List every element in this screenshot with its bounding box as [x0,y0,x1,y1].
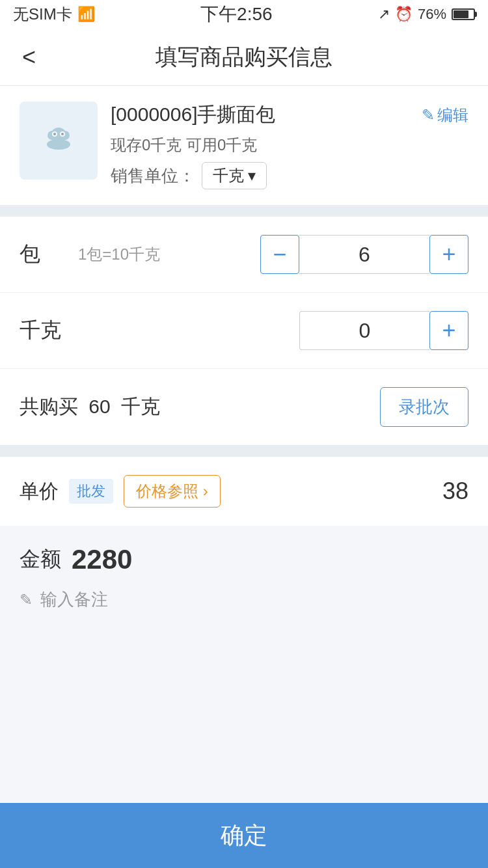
section-divider-1 [0,205,488,217]
quantity-section: 包 1包=10千克 − + 千克 + [0,217,488,369]
unit-selector[interactable]: 千克 ▾ [202,162,267,189]
wifi-icon: 📶 [77,6,95,23]
product-info: [0000006]手撕面包 ✎ 编辑 现存0千克 可用0千克 销售单位： 千克 … [111,102,468,189]
summary-row: 共购买 60 千克 录批次 [0,369,488,445]
edit-icon: ✎ [422,106,435,124]
product-logo-icon [39,121,78,160]
svg-point-6 [53,133,56,135]
kg-quantity-input[interactable] [299,311,429,350]
section-divider-2 [0,445,488,457]
svg-point-7 [61,133,64,135]
bag-hint: 1包=10千克 [78,244,260,265]
unit-value: 千克 [213,165,244,186]
product-card: [0000006]手撕面包 ✎ 编辑 现存0千克 可用0千克 销售单位： 千克 … [0,86,488,205]
amount-section: 金额 2280 ✎ 输入备注 [0,526,488,803]
bag-quantity-row: 包 1包=10千克 − + [0,217,488,293]
price-section: 单价 批发 价格参照 › 38 [0,457,488,526]
product-unit-row: 销售单位： 千克 ▾ [111,162,468,189]
alarm-icon: ⏰ [395,6,413,23]
location-icon: ↗ [378,6,390,23]
status-time: 下午2:56 [200,2,273,27]
bag-increment-button[interactable]: + [429,235,468,274]
price-reference-button[interactable]: 价格参照 › [124,475,221,508]
carrier-label: 无SIM卡 [13,4,72,25]
kg-quantity-control: + [299,311,468,350]
price-tag: 批发 [69,479,113,504]
bag-label: 包 [20,240,72,269]
product-name: [0000006]手撕面包 [111,102,275,128]
price-label: 单价 [20,478,59,505]
bag-quantity-control: − + [260,235,468,274]
status-right: ↗ ⏰ 76% [378,6,475,23]
bag-decrement-button[interactable]: − [260,235,299,274]
confirm-button[interactable]: 确定 [0,803,488,868]
kg-increment-button[interactable]: + [429,311,468,350]
batch-button[interactable]: 录批次 [380,387,468,427]
dropdown-icon: ▾ [248,167,256,185]
edit-button[interactable]: ✎ 编辑 [422,105,468,126]
svg-point-3 [47,139,70,150]
kg-label: 千克 [20,316,72,345]
kg-quantity-row: 千克 + [0,293,488,369]
product-name-row: [0000006]手撕面包 ✎ 编辑 [111,102,468,128]
unit-label: 销售单位： [111,165,195,187]
amount-label: 金额 [20,545,61,574]
product-stock: 现存0千克 可用0千克 [111,135,468,156]
remark-row[interactable]: ✎ 输入备注 [20,588,468,611]
bag-quantity-input[interactable] [299,235,429,274]
back-button[interactable]: < [16,37,42,77]
price-value: 38 [442,478,468,505]
product-image [20,102,98,180]
status-bar: 无SIM卡 📶 下午2:56 ↗ ⏰ 76% [0,0,488,29]
amount-value: 2280 [72,544,132,575]
remark-label: 输入备注 [40,588,108,611]
summary-amount: 60 [88,396,110,417]
status-left: 无SIM卡 📶 [13,4,95,25]
nav-bar: < 填写商品购买信息 [0,29,488,86]
battery-icon [452,8,475,20]
summary-text: 共购买 60 千克 [20,394,160,420]
amount-row: 金额 2280 [20,544,468,575]
page-title: 填写商品购买信息 [156,42,332,72]
pencil-icon: ✎ [20,591,33,609]
battery-label: 76% [418,6,446,23]
